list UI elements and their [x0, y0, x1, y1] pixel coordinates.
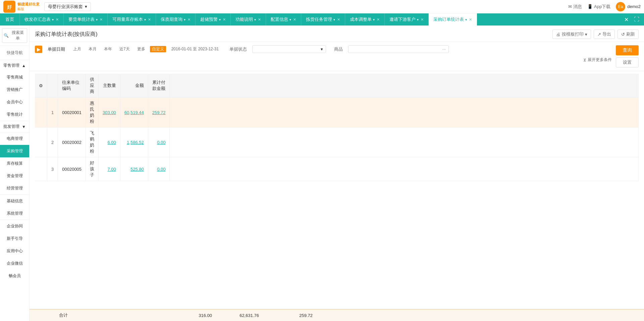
sidebar-item-ecommerce-mgmt[interactable]: 电商管理	[0, 132, 29, 145]
sidebar-item-inventory-check[interactable]: 库存核算	[0, 157, 29, 170]
tab-overstock-warning[interactable]: 超储预警 ▾ ✕	[196, 13, 231, 25]
sidebar-item-new-guide[interactable]: 新手引导	[0, 232, 29, 245]
tab-pick-task[interactable]: 拣货任务管理 ▾ ✕	[301, 13, 345, 25]
export-label: 导出	[602, 31, 611, 37]
tab-collect-summary-close[interactable]: ✕	[56, 17, 59, 22]
tab-function-desc-close[interactable]: ✕	[258, 17, 261, 22]
row3-qty[interactable]: 7.00	[99, 157, 120, 181]
tab-purchase-summary-close[interactable]: ✕	[469, 17, 472, 22]
row3-supplier: 好孩子	[86, 157, 99, 181]
expand-down-icon: ⊻	[583, 58, 586, 62]
tab-warranty-query-close[interactable]: ✕	[187, 17, 191, 22]
nav-expand-btn[interactable]: ⛶	[632, 16, 641, 23]
sidebar-item-basic-info[interactable]: 基础信息	[0, 195, 29, 207]
tab-goods-summary-close[interactable]: ✕	[100, 17, 103, 22]
retail-stats-label: 零售统计	[7, 112, 23, 117]
workspace-selector[interactable]: 母婴行业演示账套 ▾	[44, 2, 91, 11]
table-row[interactable]: 3 00020005 好孩子 7.00 525.80 0.00	[35, 157, 639, 181]
search-icon: 🔍	[4, 33, 9, 38]
goods-search-input[interactable]	[351, 47, 441, 52]
sidebar-item-funds-mgmt[interactable]: 资金管理	[0, 170, 29, 182]
sidebar-item-enterprise-coop[interactable]: 企业协同	[0, 220, 29, 232]
sidebar-item-ops-mgmt[interactable]: 经营管理	[0, 182, 29, 195]
row1-paid[interactable]: 259.72	[148, 98, 170, 127]
tab-pick-task-close[interactable]: ✕	[337, 17, 340, 22]
export-btn[interactable]: ↗ 导出	[594, 30, 615, 39]
status-select[interactable]: ▾	[252, 45, 326, 53]
search-menu-btn[interactable]: 🔍 搜索菜单	[2, 28, 27, 43]
tab-cost-adjust[interactable]: 成本调整单 ▾ ✕	[345, 13, 385, 25]
app-download-btn[interactable]: 📱 App下载	[587, 4, 610, 10]
sidebar-item-member-center[interactable]: 会员中心	[0, 96, 29, 108]
date-btn-last-month[interactable]: 上月	[70, 46, 84, 53]
row2-paid[interactable]: 0.00	[148, 127, 170, 157]
goods-label: 商品	[334, 46, 343, 52]
tab-invite-downstream-label: 邀请下游客户	[389, 16, 416, 22]
tab-cost-adjust-close[interactable]: ✕	[377, 17, 380, 22]
col-settings[interactable]: ⚙	[35, 74, 47, 98]
table-row[interactable]: 1 00020001 惠氏奶粉 303.00 60,519.44 259.72	[35, 98, 639, 127]
row1-extra	[170, 98, 639, 127]
date-btn-7days[interactable]: 近7天	[117, 46, 132, 53]
sidebar-item-app-center[interactable]: 应用中心	[0, 245, 29, 257]
row1-amount[interactable]: 60,519.44	[120, 98, 148, 127]
tab-config-info-close[interactable]: ✕	[293, 17, 296, 22]
retail-mgmt-label: 零售管理	[3, 63, 19, 68]
quicknav-label: 快捷导航	[7, 50, 23, 55]
filter-expand-icon[interactable]: ▶	[35, 46, 42, 53]
tab-invite-downstream-close[interactable]: ✕	[421, 17, 424, 22]
settings-btn[interactable]: 设置	[616, 57, 639, 67]
tab-warranty-query[interactable]: 保质期查询 ▾ ✕	[156, 13, 196, 25]
tab-available-stock[interactable]: 可用量库存账本 ▾ ✕	[108, 13, 156, 25]
sidebar-item-retail-stats[interactable]: 零售统计	[0, 108, 29, 121]
date-btn-this-year[interactable]: 本年	[101, 46, 115, 53]
row3-extra	[170, 157, 639, 181]
sidebar-item-retail-mgmt[interactable]: 零售管理 ▲	[0, 60, 29, 71]
date-btn-more[interactable]: 更多	[135, 46, 148, 53]
row1-qty[interactable]: 303.00	[99, 98, 120, 127]
table-row[interactable]: 2 00020002 飞鹤奶粉 6.00 1,586.52 0.00	[35, 127, 639, 157]
footer-empty1	[30, 310, 42, 321]
status-select-arrow: ▾	[321, 47, 323, 52]
user-area[interactable]: Ea demo2	[616, 2, 641, 11]
sidebar-item-system-mgmt[interactable]: 系统管理	[0, 207, 29, 220]
tab-config-info[interactable]: 配置信息 ▾ ✕	[266, 13, 301, 25]
row2-qty[interactable]: 6.00	[99, 127, 120, 157]
message-icon: ✉	[568, 4, 572, 9]
sidebar-item-retail-mall[interactable]: 零售商城	[0, 71, 29, 84]
tab-home[interactable]: 首页	[0, 13, 20, 25]
date-options: 上月 本月 本年 近7天 更多 自定义	[70, 46, 166, 53]
sidebar-item-wholesale-mgmt[interactable]: 批发管理 ▼	[0, 121, 29, 132]
tab-function-desc[interactable]: 功能说明 ▾ ✕	[231, 13, 266, 25]
tab-goods-summary[interactable]: 要货单统计表 ▾ ✕	[64, 13, 108, 25]
expand-more-label: 展开更多条件	[588, 57, 612, 63]
query-btn[interactable]: 查询	[616, 45, 639, 55]
table-container: ⚙ 往来单位编码 供应商 主数量 金额 累计付款金额 1 00020001	[30, 71, 644, 309]
tab-overstock-warning-close[interactable]: ✕	[223, 17, 226, 22]
expand-more-btn[interactable]: ⊻ 展开更多条件	[583, 57, 612, 63]
tab-collect-summary[interactable]: 收发存汇总表 ▾ ✕	[20, 13, 64, 25]
date-btn-this-month[interactable]: 本月	[86, 46, 99, 53]
sidebar-item-marketing[interactable]: 营销推广	[0, 84, 29, 96]
collapse-btn[interactable]: ▶	[35, 46, 42, 53]
tab-invite-downstream[interactable]: 邀请下游客户 ▾ ✕	[385, 13, 429, 25]
row3-amount[interactable]: 525.80	[120, 157, 148, 181]
template-print-btn[interactable]: 🖨 按模板打印 ▾	[552, 30, 591, 39]
basic-info-label: 基础信息	[7, 198, 23, 204]
sidebar-item-vip-member[interactable]: 畅会员	[0, 270, 29, 282]
row3-paid[interactable]: 0.00	[148, 157, 170, 181]
tab-available-stock-close[interactable]: ✕	[148, 17, 151, 22]
goods-more-btn[interactable]: ···	[442, 47, 446, 52]
row2-amount[interactable]: 1,586.52	[120, 127, 148, 157]
col-supplier-header: 供应商	[86, 74, 99, 98]
quick-nav-btn[interactable]: 快捷导航	[0, 48, 29, 58]
nav-close-btn[interactable]: ✕	[622, 16, 631, 23]
refresh-btn[interactable]: ↺ 刷新	[618, 30, 639, 39]
goods-input[interactable]: ···	[348, 45, 449, 53]
sidebar-item-enterprise-wechat[interactable]: 企业微信	[0, 257, 29, 270]
workspace-arrow: ▾	[85, 4, 87, 9]
app-icon: 📱	[587, 4, 593, 9]
sidebar-item-purchase-mgmt[interactable]: 采购管理	[0, 145, 29, 157]
message-btn[interactable]: ✉ 消息	[568, 4, 582, 10]
tab-purchase-summary[interactable]: 采购订单统计表 ▾ ✕	[429, 13, 477, 25]
